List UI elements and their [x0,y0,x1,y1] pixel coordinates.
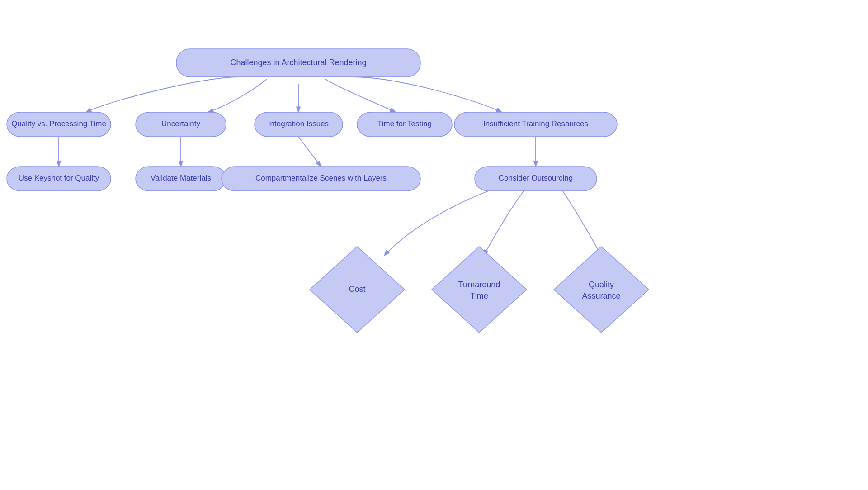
training-label: Insufficient Training Resources [483,119,588,128]
cost-label: Cost [349,285,365,294]
edge-integration-compartment [298,137,321,167]
edge-root-training [353,77,502,112]
mind-map-diagram: Challenges in Architectural Rendering Qu… [0,0,868,490]
turnaround-label2: Time [470,291,488,300]
outsource-label: Consider Outsourcing [499,174,573,182]
turnaround-label: Turnaround [458,280,500,289]
edge-outsource-cost [384,188,497,256]
edge-outsource-qa [561,188,601,256]
quality-label: Quality vs. Processing Time [11,119,106,128]
edge-root-uncertainty [208,79,267,112]
validate-label: Validate Materials [151,174,211,182]
edge-outsource-turnaround [484,190,524,256]
qa-label2: Assurance [582,291,620,300]
integration-label: Integration Issues [268,119,329,128]
qa-node [554,247,649,333]
compartment-label: Compartmentalize Scenes with Layers [255,174,387,182]
edge-root-testing [326,79,396,112]
testing-label: Time for Testing [377,119,432,128]
keyshot-label: Use Keyshot for Quality [19,174,99,182]
turnaround-node [432,247,527,333]
root-label: Challenges in Architectural Rendering [230,58,366,67]
qa-label: Quality [589,280,614,289]
uncertainty-label: Uncertainty [161,119,200,128]
edge-root-quality [86,77,240,112]
